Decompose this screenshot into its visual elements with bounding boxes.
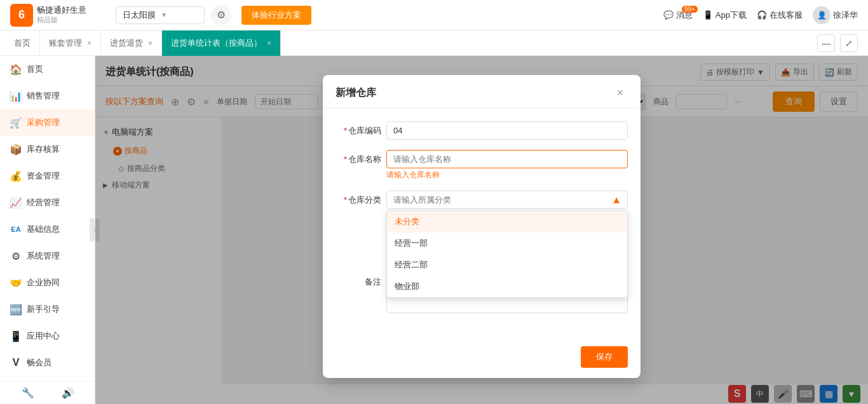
operations-icon: 📈 bbox=[10, 197, 22, 208]
warehouse-code-input[interactable] bbox=[386, 121, 628, 140]
sidebar-item-member[interactable]: V 畅会员 bbox=[0, 349, 95, 376]
settings-gear-button[interactable]: ⚙ bbox=[211, 5, 231, 25]
sidebar-item-purchase[interactable]: 🛒 采购管理 bbox=[0, 109, 95, 136]
tab-purchase-return-label: 进货退货 bbox=[110, 37, 143, 49]
dialog-header: 新增仓库 × bbox=[323, 75, 641, 109]
finance-icon: 💰 bbox=[10, 170, 22, 182]
sidebar-bottom-icons: 🔧 🔊 bbox=[0, 381, 95, 404]
sidebar-item-sales[interactable]: 📊 销售管理 bbox=[0, 83, 95, 109]
logo-area: 6 畅捷通好生意 精品版 bbox=[10, 4, 105, 27]
warehouse-remark-label: 备注 bbox=[336, 273, 386, 288]
online-service-label: 在线客服 bbox=[770, 10, 803, 21]
warehouse-name-error: 请输入仓库名称 bbox=[386, 170, 628, 180]
tab-purchase-stats-label: 进货单统计表（按商品） bbox=[171, 37, 262, 49]
dialog-footer: 保存 bbox=[323, 339, 641, 378]
sidebar-settings-icon[interactable]: 🔧 bbox=[22, 387, 34, 399]
sidebar-item-app-center[interactable]: 📱 应用中心 bbox=[0, 323, 95, 349]
tab-account-label: 账套管理 bbox=[49, 37, 82, 49]
home-icon: 🏠 bbox=[10, 64, 22, 75]
member-icon: V bbox=[10, 357, 22, 368]
tab-purchase-stats[interactable]: 进货单统计表（按商品） × bbox=[162, 30, 281, 56]
warehouse-name-wrapper: 请输入仓库名称 bbox=[386, 150, 628, 180]
tab-purchase-return-close-icon[interactable]: × bbox=[148, 39, 153, 48]
warehouse-category-input[interactable] bbox=[386, 191, 628, 209]
message-button[interactable]: 💬 消息 99+ bbox=[663, 10, 693, 21]
modal-overlay[interactable]: 新增仓库 × 仓库编码 仓库名称 bbox=[95, 56, 868, 404]
store-selector[interactable]: 日太阳膜 ▼ bbox=[116, 6, 205, 24]
warehouse-name-label: 仓库名称 bbox=[336, 150, 386, 165]
category-toggle-icon[interactable]: ▲ bbox=[611, 194, 621, 206]
content-area: 进货单统计(按商品) 🖨 按模板打印 ▼ 📤 导出 🔄 刷新 bbox=[95, 56, 868, 404]
sidebar-item-collab[interactable]: 🤝 企业协同 bbox=[0, 269, 95, 296]
guide-icon: 🆕 bbox=[10, 304, 22, 315]
dialog-save-button[interactable]: 保存 bbox=[581, 346, 628, 368]
tab-home[interactable]: 首页 bbox=[5, 30, 40, 56]
gear-icon: ⚙ bbox=[217, 9, 226, 21]
sidebar-item-purchase-label: 采购管理 bbox=[27, 117, 60, 128]
brand-name: 畅捷通好生意 bbox=[37, 5, 86, 15]
tab-minimize-button[interactable]: — bbox=[817, 34, 835, 52]
sidebar-item-finance-label: 资金管理 bbox=[27, 170, 60, 182]
sidebar-sound-icon[interactable]: 🔊 bbox=[62, 387, 74, 399]
sidebar-item-inventory[interactable]: 📦 库存核算 bbox=[0, 136, 95, 163]
sidebar-item-collab-label: 企业协同 bbox=[27, 277, 60, 288]
brand-sub: 精品版 bbox=[37, 15, 86, 25]
brand-text: 畅捷通好生意 精品版 bbox=[37, 5, 86, 25]
basic-info-icon: EA bbox=[10, 224, 22, 235]
header-right: 💬 消息 99+ 📱 App下载 🎧 在线客服 👤 徐泽华 bbox=[663, 6, 858, 24]
tab-account-close-icon[interactable]: × bbox=[87, 39, 92, 48]
sidebar-item-finance[interactable]: 💰 资金管理 bbox=[0, 163, 95, 189]
online-service-button[interactable]: 🎧 在线客服 bbox=[757, 10, 803, 21]
trial-industry-button[interactable]: 体验行业方案 bbox=[241, 6, 311, 25]
app-download-label: App下载 bbox=[715, 10, 747, 21]
store-name: 日太阳膜 bbox=[123, 10, 156, 21]
dropdown-option-unclassified[interactable]: 未分类 bbox=[387, 211, 627, 232]
dialog-title: 新增仓库 bbox=[336, 86, 376, 100]
warehouse-name-input[interactable] bbox=[386, 150, 628, 168]
sidebar-item-basic-info-label: 基础信息 bbox=[27, 224, 60, 235]
top-header: 6 畅捷通好生意 精品版 日太阳膜 ▼ ⚙ 体验行业方案 💬 消息 99+ 📱 … bbox=[0, 0, 868, 30]
tab-purchase-return[interactable]: 进货退货 × bbox=[101, 30, 162, 56]
tab-purchase-stats-close-icon[interactable]: × bbox=[267, 39, 271, 48]
collab-icon: 🤝 bbox=[10, 277, 22, 288]
warehouse-code-label: 仓库编码 bbox=[336, 121, 386, 137]
sales-icon: 📊 bbox=[10, 90, 22, 102]
dialog-close-button[interactable]: × bbox=[613, 85, 628, 100]
sidebar: 🏠 首页 📊 销售管理 🛒 采购管理 📦 库存核算 💰 资金管理 📈 经营管理 … bbox=[0, 56, 95, 404]
tab-account-management[interactable]: 账套管理 × bbox=[40, 30, 101, 56]
sidebar-item-home-label: 首页 bbox=[27, 64, 43, 75]
app-logo-icon: 6 bbox=[10, 4, 33, 27]
new-warehouse-dialog: 新增仓库 × 仓库编码 仓库名称 bbox=[323, 75, 641, 378]
user-avatar: 👤 bbox=[813, 6, 831, 24]
sidebar-item-operations-label: 经营管理 bbox=[27, 197, 60, 208]
dropdown-option-property[interactable]: 物业部 bbox=[387, 276, 627, 297]
headset-icon: 🎧 bbox=[757, 10, 767, 20]
app-download-button[interactable]: 📱 App下载 bbox=[703, 10, 747, 21]
sidebar-item-inventory-label: 库存核算 bbox=[27, 144, 60, 155]
warehouse-category-row: 仓库分类 ▲ 未分类 经营一部 经营二部 物业部 bbox=[336, 191, 628, 209]
dropdown-option-ops2[interactable]: 经营二部 bbox=[387, 254, 627, 276]
sidebar-item-operations[interactable]: 📈 经营管理 bbox=[0, 189, 95, 216]
purchase-icon: 🛒 bbox=[10, 117, 22, 128]
sidebar-item-sales-label: 销售管理 bbox=[27, 90, 60, 102]
store-dropdown-arrow: ▼ bbox=[161, 11, 167, 18]
sidebar-item-guide[interactable]: 🆕 新手引导 bbox=[0, 296, 95, 323]
sidebar-item-basic-info[interactable]: EA 基础信息 bbox=[0, 216, 95, 243]
tab-maximize-button[interactable]: ⤢ bbox=[840, 34, 858, 52]
tab-actions: — ⤢ bbox=[817, 34, 863, 52]
user-profile-button[interactable]: 👤 徐泽华 bbox=[813, 6, 858, 24]
dropdown-option-ops1[interactable]: 经营一部 bbox=[387, 232, 627, 254]
warehouse-category-wrapper: ▲ 未分类 经营一部 经营二部 物业部 bbox=[386, 191, 628, 209]
sidebar-item-app-center-label: 应用中心 bbox=[27, 330, 60, 342]
sidebar-item-guide-label: 新手引导 bbox=[27, 304, 60, 315]
phone-icon: 📱 bbox=[703, 10, 713, 20]
tab-bar: 首页 账套管理 × 进货退货 × 进货单统计表（按商品） × — ⤢ bbox=[0, 30, 868, 56]
warehouse-name-row: 仓库名称 请输入仓库名称 bbox=[336, 150, 628, 180]
main-layout: 🏠 首页 📊 销售管理 🛒 采购管理 📦 库存核算 💰 资金管理 📈 经营管理 … bbox=[0, 56, 868, 404]
user-name: 徐泽华 bbox=[833, 10, 858, 21]
message-badge: 99+ bbox=[682, 6, 698, 13]
warehouse-category-label: 仓库分类 bbox=[336, 191, 386, 206]
sidebar-item-home[interactable]: 🏠 首页 bbox=[0, 56, 95, 83]
sidebar-item-member-label: 畅会员 bbox=[27, 357, 51, 368]
sidebar-item-system[interactable]: ⚙ 系统管理 bbox=[0, 243, 95, 269]
